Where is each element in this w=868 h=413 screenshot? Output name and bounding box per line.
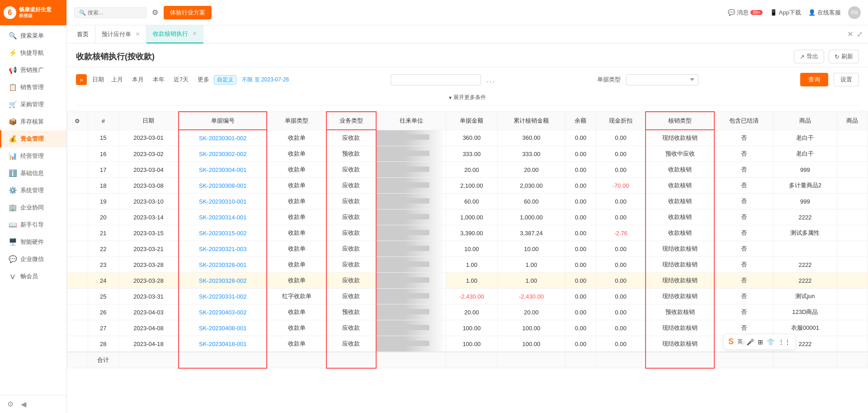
online-service-item[interactable]: 👤 在线客服 bbox=[808, 9, 841, 17]
voucher-link[interactable]: SK-20230331-002 bbox=[199, 293, 247, 300]
footer-cell-balance bbox=[565, 352, 596, 368]
sidebar-icon-system: ⚙️ bbox=[9, 186, 17, 195]
sidebar-label-system: 系统管理 bbox=[20, 186, 44, 195]
export-button[interactable]: ↗ 导出 bbox=[794, 50, 824, 63]
cell-gear bbox=[67, 178, 88, 194]
voucher-link[interactable]: SK-20230408-001 bbox=[199, 325, 247, 332]
sidebar-item-inventory[interactable]: 📦库存核算 bbox=[0, 113, 66, 130]
avatar[interactable]: Rit bbox=[848, 6, 861, 19]
cell-cash_discount: 0.00 bbox=[596, 257, 646, 273]
cell-cum_cancel: 1,000.00 bbox=[497, 209, 565, 225]
filter-toggle-button[interactable]: » bbox=[76, 74, 87, 85]
cell-cum_cancel: 2,030.00 bbox=[497, 178, 565, 194]
solution-button[interactable]: 体验行业方案 bbox=[164, 6, 212, 19]
partner-input[interactable] bbox=[391, 74, 481, 85]
close-window-icon[interactable]: ✕ bbox=[847, 30, 853, 38]
sidebar-label-marketing: 营销推广 bbox=[20, 66, 44, 74]
voucher-link[interactable]: SK-20230321-003 bbox=[199, 246, 247, 252]
cell-balance: 0.00 bbox=[565, 257, 596, 273]
message-icon: 💬 bbox=[728, 9, 735, 16]
voucher-link[interactable]: SK-20230315-002 bbox=[199, 230, 247, 237]
cell-gear bbox=[67, 225, 88, 241]
filter-area: » 日期 上月 本月 本年 近7天 更多自定义 不限 至 2023-07-26 … bbox=[67, 67, 868, 111]
cell-balance: 0.00 bbox=[565, 194, 596, 209]
table-scroll[interactable]: ⚙#日期单据编号单据类型业务类型往来单位单据金额累计核销金额余额现金折扣核销类型… bbox=[67, 111, 868, 369]
date-shortcut-1[interactable]: 本月 bbox=[130, 75, 146, 85]
message-item[interactable]: 💬 消息 99+ bbox=[728, 9, 763, 17]
voucher-link[interactable]: SK-20230310-001 bbox=[199, 198, 247, 205]
cell-voucher_no: SK-20230302-002 bbox=[179, 146, 267, 162]
date-custom-btn[interactable]: 自定义 bbox=[214, 75, 236, 85]
sidebar-label-wechat: 企业微信 bbox=[20, 255, 44, 263]
cell-index: 25 bbox=[88, 289, 118, 304]
date-shortcut-2[interactable]: 本年 bbox=[151, 75, 166, 85]
gear-icon[interactable]: ⚙ bbox=[152, 8, 158, 17]
ellipsis: ... bbox=[486, 75, 496, 85]
footer-cell-voucher_no bbox=[179, 352, 267, 368]
col-header-balance: 余额 bbox=[565, 112, 596, 130]
sidebar-item-purchase[interactable]: 🛒采购管理 bbox=[0, 96, 66, 113]
cell-goods: 2222 bbox=[773, 336, 837, 352]
voucher-link[interactable]: SK-20230301-002 bbox=[199, 135, 247, 142]
sidebar-item-enterprise[interactable]: 🏢企业协同 bbox=[0, 199, 66, 216]
cell-partner bbox=[376, 178, 446, 194]
cell-index: 27 bbox=[88, 320, 118, 336]
sidebar-item-marketing[interactable]: 📢营销推广 bbox=[0, 62, 66, 79]
voucher-link[interactable]: SK-20230302-002 bbox=[199, 151, 247, 157]
voucher-link[interactable]: SK-20230314-001 bbox=[199, 214, 247, 221]
tab-close-prepay[interactable]: ✕ bbox=[136, 31, 140, 37]
date-shortcut-0[interactable]: 上月 bbox=[109, 75, 125, 85]
sidebar-item-shortcut[interactable]: ⚡快捷导航 bbox=[0, 44, 66, 62]
cell-cancel_type: 预收中应收 bbox=[646, 146, 714, 162]
refresh-button[interactable]: ↻ 刷新 bbox=[829, 50, 859, 63]
voucher-link[interactable]: SK-20230328-001 bbox=[199, 261, 247, 268]
cell-cancel_type: 现结收款核销 bbox=[646, 336, 714, 352]
settings-footer-icon[interactable]: ⚙ bbox=[7, 400, 14, 408]
voucher-link[interactable]: SK-20230308-001 bbox=[199, 182, 247, 189]
sidebar-item-hardware[interactable]: 🖥️智能硬件 bbox=[0, 233, 66, 251]
cell-include_settled: 否 bbox=[714, 273, 773, 289]
expand-button[interactable]: ▾ 展开更多条件 bbox=[449, 94, 486, 101]
cell-gear bbox=[67, 273, 88, 289]
cell-cash_discount: 0.00 bbox=[596, 336, 646, 352]
cell-cash_discount: 0.00 bbox=[596, 273, 646, 289]
tab-bar: 首页预计应付单✕收款核销执行✕ ✕ ⤢ bbox=[67, 25, 868, 43]
tab-home[interactable]: 首页 bbox=[71, 25, 95, 43]
filter-settings-button[interactable]: 设置 bbox=[834, 73, 859, 86]
table-row: 252023-03-31SK-20230331-002红字收款单应收款-2,43… bbox=[67, 289, 868, 304]
voucher-link[interactable]: SK-20230328-002 bbox=[199, 277, 247, 284]
voucher-link[interactable]: SK-20230403-002 bbox=[199, 309, 247, 316]
cell-goods: 老白干 bbox=[773, 130, 837, 146]
date-shortcut-3[interactable]: 近7天 bbox=[172, 75, 190, 85]
collapse-icon[interactable]: ◀ bbox=[21, 400, 26, 408]
tab-close-collection[interactable]: ✕ bbox=[193, 31, 197, 37]
sidebar-item-member[interactable]: V畅会员 bbox=[0, 268, 66, 285]
tab-prepay[interactable]: 预计应付单✕ bbox=[95, 25, 146, 43]
cell-goods: 测试多属性 bbox=[773, 225, 837, 241]
expand-more-row: ▾ 展开更多条件 bbox=[76, 90, 859, 105]
sidebar-item-operation[interactable]: 📊经营管理 bbox=[0, 147, 66, 165]
maximize-icon[interactable]: ⤢ bbox=[857, 30, 863, 38]
voucher-link[interactable]: SK-20230418-001 bbox=[199, 341, 247, 347]
cell-index: 20 bbox=[88, 209, 118, 225]
voucher-link[interactable]: SK-20230304-001 bbox=[199, 166, 247, 173]
tab-collection[interactable]: 收款核销执行✕ bbox=[146, 25, 203, 43]
voucher-type-select[interactable] bbox=[626, 74, 698, 85]
cell-voucher_type: 红字收款单 bbox=[267, 289, 326, 304]
date-shortcut-4[interactable]: 更多 bbox=[196, 75, 211, 85]
footer-cell-voucher_type bbox=[267, 352, 326, 368]
cell-voucher_no: SK-20230304-001 bbox=[179, 162, 267, 178]
sidebar-item-sales[interactable]: 📋销售管理 bbox=[0, 79, 66, 96]
app-download-item[interactable]: 📱 App下载 bbox=[770, 9, 801, 17]
sidebar-item-wechat[interactable]: 💬企业微信 bbox=[0, 251, 66, 268]
sidebar-item-system[interactable]: ⚙️系统管理 bbox=[0, 182, 66, 199]
search-box[interactable]: 🔍 bbox=[74, 7, 146, 18]
query-button[interactable]: 查询 bbox=[800, 73, 828, 86]
sidebar-item-finance[interactable]: 💰资金管理 bbox=[0, 130, 66, 147]
sidebar-item-search[interactable]: 🔍搜索菜单 bbox=[0, 27, 66, 44]
search-input[interactable] bbox=[88, 9, 142, 16]
cell-voucher_type: 收款单 bbox=[267, 320, 326, 336]
sidebar-item-basic[interactable]: ℹ️基础信息 bbox=[0, 165, 66, 182]
sidebar-item-guide[interactable]: 📖新手引导 bbox=[0, 216, 66, 233]
cell-balance: 0.00 bbox=[565, 146, 596, 162]
